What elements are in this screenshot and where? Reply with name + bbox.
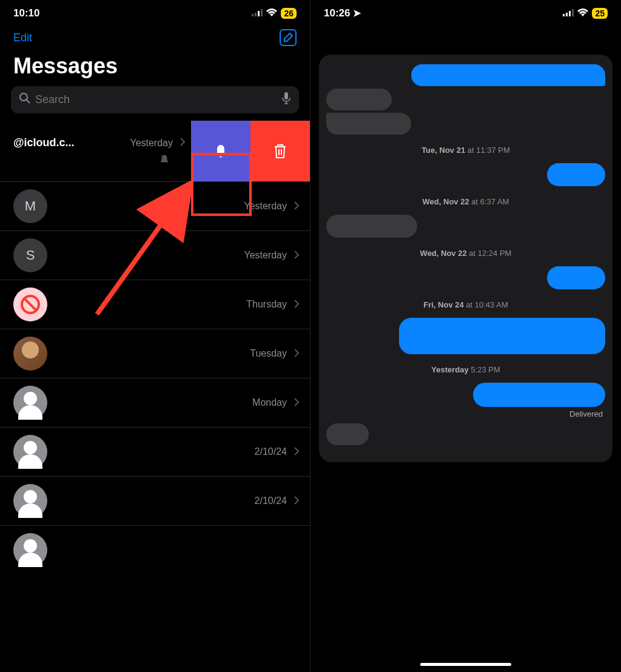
- avatar-person: [13, 386, 47, 420]
- conversation-card[interactable]: Tue, Nov 21 at 11:37 PM Wed, Nov 22 at 6…: [319, 55, 613, 462]
- timestamp: Tue, Nov 21 at 11:37 PM: [326, 137, 605, 161]
- conversation-time: 2/10/24: [255, 446, 287, 457]
- avatar-person: [13, 435, 47, 469]
- status-time: 10:10: [13, 7, 39, 19]
- battery-badge: 26: [281, 8, 297, 19]
- avatar-person: [13, 533, 47, 567]
- search-icon: [19, 93, 30, 107]
- svg-rect-9: [566, 13, 568, 16]
- conversation-time: Tuesday: [250, 348, 287, 359]
- chevron-right-icon: [180, 138, 185, 148]
- conversation-screen: 10:26 ➤ 25 Tue, Nov 21 at 11:37 PM Wed, …: [310, 0, 621, 672]
- location-icon: ➤: [353, 8, 361, 18]
- avatar-letter: S: [13, 238, 47, 272]
- conversation-time: Thursday: [246, 299, 287, 310]
- status-bar: 10:26 ➤ 25: [310, 0, 621, 24]
- message-bubble-out[interactable]: [399, 318, 605, 354]
- compose-button[interactable]: [280, 29, 297, 46]
- timestamp: Fri, Nov 24 at 10:43 AM: [326, 292, 605, 315]
- conversation-row[interactable]: 2/10/24: [0, 477, 310, 526]
- avatar-letter: M: [13, 189, 47, 223]
- message-bubble-in[interactable]: [326, 113, 411, 135]
- chevron-right-icon: [294, 398, 299, 408]
- conversation-time: Yesterday: [130, 138, 173, 149]
- chevron-right-icon: [294, 447, 299, 457]
- avatar-person: [13, 484, 47, 518]
- battery-badge: 25: [592, 8, 608, 19]
- search-bar[interactable]: [11, 86, 299, 113]
- timestamp: Wed, Nov 22 at 12:24 PM: [326, 240, 605, 264]
- svg-rect-8: [563, 14, 565, 16]
- delivered-label: Delivered: [326, 409, 605, 418]
- status-time: 10:26 ➤: [324, 7, 361, 19]
- message-bubble-in[interactable]: [326, 89, 392, 110]
- conversation-row[interactable]: Monday: [0, 378, 310, 428]
- conversation-row[interactable]: Tuesday: [0, 329, 310, 378]
- svg-rect-2: [258, 11, 260, 16]
- message-bubble-out[interactable]: [547, 266, 605, 289]
- cellular-icon: [252, 7, 263, 19]
- chevron-right-icon: [294, 349, 299, 359]
- avatar-blocked: [13, 287, 47, 321]
- chevron-right-icon: [294, 300, 299, 310]
- chevron-right-icon: [294, 250, 299, 261]
- timestamp: Wed, Nov 22 at 6:37 AM: [326, 189, 605, 212]
- message-bubble-in[interactable]: [326, 215, 417, 238]
- wifi-icon: [266, 7, 277, 19]
- message-bubble-out[interactable]: [547, 163, 605, 186]
- muted-icon: [13, 154, 178, 166]
- svg-line-5: [27, 100, 30, 103]
- mic-icon[interactable]: [282, 92, 290, 107]
- home-indicator[interactable]: [420, 663, 511, 666]
- annotation-highlight-swipe: [191, 153, 252, 216]
- conversation-row-swiped[interactable]: @icloud.c... Yesterday: [0, 121, 310, 182]
- nav-bar: Edit: [0, 24, 310, 49]
- status-bar: 10:10 26: [0, 0, 310, 24]
- edit-button[interactable]: Edit: [13, 32, 32, 44]
- conversation-row[interactable]: [0, 526, 310, 574]
- wifi-icon: [577, 7, 588, 19]
- cellular-icon: [563, 7, 574, 19]
- conversation-time: Yesterday: [244, 250, 287, 261]
- svg-rect-3: [261, 9, 263, 16]
- search-input[interactable]: [35, 93, 277, 106]
- messages-list-screen: 10:10 26 Edit Messages: [0, 0, 310, 672]
- chevron-right-icon: [294, 496, 299, 506]
- conversation-row[interactable]: 2/10/24: [0, 428, 310, 477]
- svg-rect-10: [569, 11, 571, 16]
- timestamp: Yesterday 5:23 PM: [326, 357, 605, 380]
- swipe-delete-button[interactable]: [250, 121, 310, 181]
- message-bubble-out[interactable]: [473, 383, 605, 407]
- svg-rect-1: [255, 13, 257, 16]
- annotation-arrow: [91, 181, 200, 320]
- page-title: Messages: [0, 49, 310, 86]
- message-bubble-in[interactable]: [326, 423, 369, 445]
- svg-rect-6: [284, 92, 288, 99]
- svg-point-4: [20, 93, 27, 101]
- avatar-memoji: [13, 337, 47, 371]
- svg-line-7: [97, 187, 188, 314]
- conversation-time: Monday: [252, 397, 287, 408]
- message-bubble-out[interactable]: [411, 64, 605, 86]
- conversation-name: @icloud.c...: [13, 136, 75, 149]
- chevron-right-icon: [294, 201, 299, 212]
- conversation-time: 2/10/24: [255, 496, 287, 506]
- svg-rect-11: [572, 9, 574, 16]
- svg-rect-0: [252, 14, 253, 16]
